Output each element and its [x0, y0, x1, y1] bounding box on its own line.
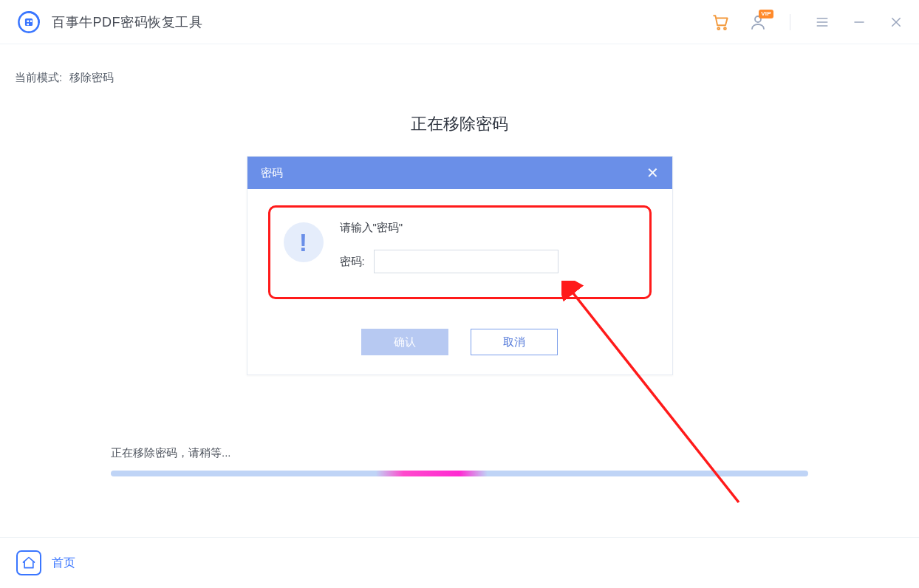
page-title: 正在移除密码 [15, 113, 904, 135]
titlebar: 百事牛PDF密码恢复工具 VIP [0, 0, 919, 44]
svg-rect-3 [30, 20, 33, 22]
prompt-text: 请输入"密码" [340, 221, 629, 235]
home-label[interactable]: 首页 [52, 555, 75, 571]
footer: 首页 [0, 537, 919, 588]
mode-value: 移除密码 [69, 71, 114, 83]
password-field-label: 密码: [340, 255, 365, 269]
minimize-icon[interactable] [850, 13, 869, 32]
svg-rect-2 [27, 20, 29, 22]
user-icon[interactable]: VIP [748, 13, 768, 32]
password-field-row: 密码: [340, 250, 629, 273]
svg-rect-4 [27, 23, 29, 25]
close-icon[interactable] [886, 13, 906, 32]
prompt-block: 请输入"密码" 密码: [340, 221, 629, 273]
content-area: 当前模式: 移除密码 正在移除密码 密码 ✕ ! 请输入"密码" 密码: 确认 [0, 44, 919, 476]
annotation-highlight-frame: ! 请输入"密码" 密码: [268, 205, 652, 299]
password-dialog: 密码 ✕ ! 请输入"密码" 密码: 确认 取消 [247, 156, 673, 375]
menu-icon[interactable] [813, 13, 832, 32]
cart-icon[interactable] [711, 13, 731, 32]
dialog-body: ! 请输入"密码" 密码: 确认 取消 [247, 189, 672, 375]
confirm-button[interactable]: 确认 [361, 329, 448, 355]
app-title: 百事牛PDF密码恢复工具 [52, 13, 202, 31]
svg-point-5 [717, 27, 720, 30]
divider [790, 14, 790, 30]
progress-bar [111, 471, 808, 476]
home-icon[interactable] [16, 550, 41, 575]
mode-label: 当前模式: [15, 71, 62, 83]
svg-point-6 [724, 27, 726, 30]
dialog-close-icon[interactable]: ✕ [646, 164, 659, 182]
dialog-title: 密码 [261, 166, 283, 180]
status-text: 正在移除密码，请稍等... [111, 446, 904, 460]
vip-badge: VIP [759, 10, 773, 18]
titlebar-controls: VIP [711, 13, 906, 32]
dialog-header: 密码 ✕ [247, 157, 672, 189]
mode-row: 当前模式: 移除密码 [15, 71, 904, 85]
cancel-button[interactable]: 取消 [471, 329, 558, 355]
password-input[interactable] [374, 250, 558, 273]
info-icon: ! [284, 222, 324, 262]
dialog-buttons: 确认 取消 [268, 329, 652, 355]
app-logo-icon [16, 10, 41, 35]
